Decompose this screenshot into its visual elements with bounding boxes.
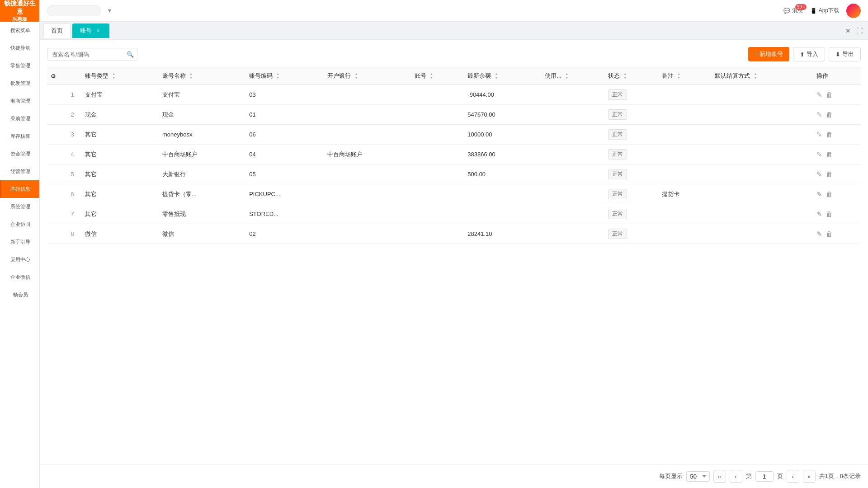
sidebar-item-appcenter[interactable]: 应用中心 xyxy=(0,251,39,268)
th-settlement[interactable]: 默认结算方式 ▲▼ xyxy=(711,67,812,85)
delete-icon[interactable]: 🗑 xyxy=(826,190,833,198)
row-type: 支付宝 xyxy=(81,85,159,105)
th-balance[interactable]: 最新余额 ▲▼ xyxy=(464,67,541,85)
row-num: 7 xyxy=(63,204,81,224)
sidebar-item-guide[interactable]: 新手引导 xyxy=(0,233,39,251)
th-use[interactable]: 使用... ▲▼ xyxy=(541,67,604,85)
delete-icon[interactable]: 🗑 xyxy=(826,170,833,178)
tab-close-action[interactable]: ✕ xyxy=(844,25,853,36)
first-page-button[interactable]: « xyxy=(713,470,726,483)
tab-home[interactable]: 首页 xyxy=(43,23,71,38)
sidebar-item-member[interactable]: 畅会员 xyxy=(0,286,39,304)
current-page-input[interactable] xyxy=(755,471,774,482)
edit-icon[interactable]: ✎ xyxy=(816,170,822,178)
settings-icon[interactable]: ⚙ xyxy=(51,73,56,80)
row-name: 微信 xyxy=(159,224,245,244)
export-icon: ⬇ xyxy=(835,51,840,58)
status-badge: 正常 xyxy=(608,149,627,160)
row-account xyxy=(411,145,464,164)
export-button[interactable]: ⬇ 导出 xyxy=(829,47,861,61)
tab-expand-action[interactable]: ⛶ xyxy=(854,25,864,36)
row-code: 01 xyxy=(245,105,324,125)
delete-icon[interactable]: 🗑 xyxy=(826,230,833,238)
row-status: 正常 xyxy=(604,145,658,164)
account-search-input[interactable] xyxy=(47,48,137,61)
dropdown-arrow-icon[interactable]: ▼ xyxy=(107,7,113,14)
tab-close-icon[interactable]: × xyxy=(94,27,102,34)
delete-icon[interactable]: 🗑 xyxy=(826,91,833,99)
edit-icon[interactable]: ✎ xyxy=(816,131,822,139)
edit-icon[interactable]: ✎ xyxy=(816,210,822,218)
delete-icon[interactable]: 🗑 xyxy=(826,210,833,218)
delete-icon[interactable]: 🗑 xyxy=(826,111,833,118)
row-remark xyxy=(658,164,712,184)
sidebar-item-purchase[interactable]: 采购管理 xyxy=(0,110,39,127)
search-icon[interactable]: 🔍 xyxy=(127,51,134,58)
row-settings xyxy=(47,105,63,125)
app-download-button[interactable]: 📱 App下载 xyxy=(810,7,839,14)
th-type[interactable]: 账号类型 ▲▼ xyxy=(81,67,159,85)
row-code: 06 xyxy=(245,125,324,145)
sidebar-item-quicknav[interactable]: 快捷导航 xyxy=(0,39,39,57)
delete-icon[interactable]: 🗑 xyxy=(826,131,833,138)
row-balance: 28241.10 xyxy=(464,224,541,244)
row-bank xyxy=(324,85,410,105)
page-size-select[interactable]: 50 10 20 100 xyxy=(686,471,710,482)
tab-account[interactable]: 账号 × xyxy=(72,23,109,38)
row-code: 03 xyxy=(245,85,324,105)
th-bank[interactable]: 开户银行 ▲▼ xyxy=(324,67,410,85)
sidebar-item-wholesale[interactable]: 批发管理 xyxy=(0,75,39,92)
top-header: ▼ 💬 消息 99+ 📱 App下载 xyxy=(40,0,868,22)
sidebar-item-operations[interactable]: 经营管理 xyxy=(0,163,39,180)
row-settings xyxy=(47,125,63,145)
row-account xyxy=(411,125,464,145)
edit-icon[interactable]: ✎ xyxy=(816,190,822,198)
row-settings xyxy=(47,184,63,204)
sidebar-item-funds[interactable]: 资金管理 xyxy=(0,145,39,163)
th-name[interactable]: 账号名称 ▲▼ xyxy=(159,67,245,85)
status-badge: 正常 xyxy=(608,129,627,140)
row-status: 正常 xyxy=(604,125,658,145)
next-page-button[interactable]: › xyxy=(787,470,799,483)
sort-status-icon: ▲▼ xyxy=(623,72,627,80)
delete-icon[interactable]: 🗑 xyxy=(826,150,833,158)
global-search-input[interactable] xyxy=(47,5,101,16)
edit-icon[interactable]: ✎ xyxy=(816,111,822,119)
sidebar-item-basicinfo[interactable]: 基础信息 xyxy=(0,180,39,198)
edit-icon[interactable]: ✎ xyxy=(816,91,822,99)
last-page-button[interactable]: » xyxy=(803,470,816,483)
th-status[interactable]: 状态 ▲▼ xyxy=(604,67,658,85)
table-row: 2 现金 现金 01 547670.00 正常 ✎ 🗑 xyxy=(47,105,861,125)
message-button[interactable]: 💬 消息 99+ xyxy=(783,7,803,14)
sidebar-item-system[interactable]: 系统管理 xyxy=(0,198,39,216)
row-num: 1 xyxy=(63,85,81,105)
add-account-button[interactable]: + 新增账号 xyxy=(748,47,789,61)
row-remark xyxy=(658,85,712,105)
th-account[interactable]: 账号 ▲▼ xyxy=(411,67,464,85)
sidebar-item-search[interactable]: 搜索菜单 xyxy=(0,22,39,39)
message-icon: 💬 xyxy=(783,8,790,14)
edit-icon[interactable]: ✎ xyxy=(816,150,822,159)
sidebar-item-ecommerce[interactable]: 电商管理 xyxy=(0,92,39,110)
th-num xyxy=(63,67,81,85)
row-settings xyxy=(47,164,63,184)
row-use xyxy=(541,85,604,105)
edit-icon[interactable]: ✎ xyxy=(816,230,822,238)
prev-page-button[interactable]: ‹ xyxy=(730,470,742,483)
sidebar-item-label: 新手引导 xyxy=(5,239,36,245)
sidebar-item-inventory[interactable]: 库存核算 xyxy=(0,127,39,145)
page-size-label: 每页显示 xyxy=(659,472,683,480)
sidebar-item-retail[interactable]: 零售管理 xyxy=(0,57,39,75)
user-avatar[interactable] xyxy=(846,4,861,18)
row-use xyxy=(541,164,604,184)
import-icon: ⬆ xyxy=(800,51,805,58)
status-badge: 正常 xyxy=(608,209,627,219)
th-code[interactable]: 账号编码 ▲▼ xyxy=(245,67,324,85)
header-right: 💬 消息 99+ 📱 App下载 xyxy=(783,4,861,18)
sidebar-item-wechat[interactable]: 企业微信 xyxy=(0,268,39,286)
row-bank xyxy=(324,204,410,224)
th-remark[interactable]: 备注 ▲▼ xyxy=(658,67,712,85)
sidebar-item-label: 电商管理 xyxy=(5,98,36,104)
import-button[interactable]: ⬆ 导入 xyxy=(793,47,825,61)
sidebar-item-agreement[interactable]: 企业协同 xyxy=(0,216,39,233)
